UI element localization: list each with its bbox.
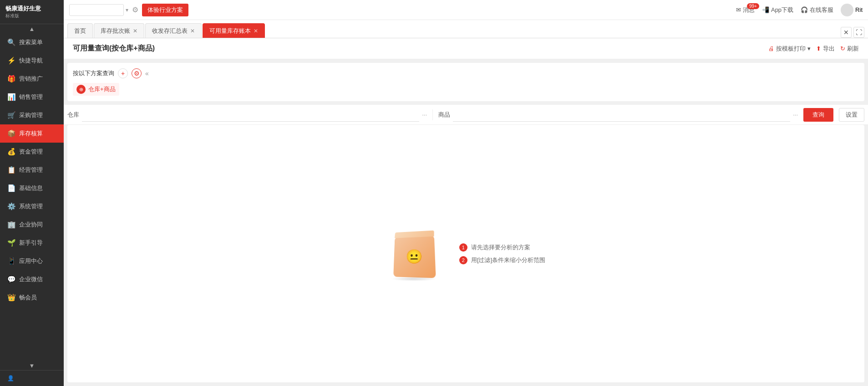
tip-number-2: 2	[459, 256, 467, 264]
print-chevron: ▾	[807, 45, 811, 52]
sidebar-item-marketing-label: 营销推广	[19, 75, 43, 83]
sidebar-item-appstore[interactable]: 📱 应用中心	[0, 252, 64, 270]
tip-text-2: 用[过滤]条件来缩小分析范围	[471, 256, 545, 264]
tab-summary-table[interactable]: 收发存汇总表 ✕	[145, 23, 202, 38]
empty-state: 😐 1 请先选择要分析的方案 2 用[过滤]条件来缩小分析范围	[67, 125, 864, 382]
scheme-icon: ⊕	[76, 85, 86, 94]
sidebar-item-shortcut[interactable]: ⚡ 快捷导航	[0, 51, 64, 70]
gift-icon: 🎁	[7, 75, 15, 83]
scheme-settings-button[interactable]: ⚙	[132, 68, 142, 78]
cart-icon: 🛒	[7, 111, 15, 119]
filter-row: 仓库 ··· 商品 ··· 查询 设置	[64, 105, 868, 125]
plus-icon: +	[121, 70, 125, 77]
page-actions: 🖨 按模板打印 ▾ ⬆ 导出 ↻ 刷新	[768, 45, 859, 53]
scheme-warehouse-goods[interactable]: ⊕ 仓库+商品	[73, 83, 119, 96]
sidebar-item-member[interactable]: 👑 畅会员	[0, 288, 64, 307]
empty-tips: 1 请先选择要分析的方案 2 用[过滤]条件来缩小分析范围	[459, 243, 545, 264]
sidebar-bottom: 👤	[0, 370, 64, 386]
chart-icon: 📊	[7, 93, 15, 101]
page-header: 可用量查询(按仓库+商品) 🖨 按模板打印 ▾ ⬆ 导出 ↻ 刷新	[64, 38, 868, 59]
tab-available-close[interactable]: ✕	[254, 28, 258, 34]
goods-label: 商品	[438, 111, 450, 119]
empty-tip-2: 2 用[过滤]条件来缩小分析范围	[459, 256, 545, 264]
print-button[interactable]: 🖨 按模板打印 ▾	[768, 45, 811, 53]
tip-text-1: 请先选择要分析的方案	[471, 243, 530, 252]
warehouse-more-button[interactable]: ···	[422, 111, 427, 118]
sidebar-item-basic[interactable]: 📄 基础信息	[0, 179, 64, 197]
topbar: ▾ ⚙ 体验行业方案 ✉ 消息 99+ 📲 App下载 🎧 在线客服 Rit	[64, 0, 868, 20]
headset-icon: 🎧	[801, 6, 808, 13]
tab-expand-button[interactable]: ⛶	[853, 27, 864, 38]
tab-batch-ledger[interactable]: 库存批次账 ✕	[94, 23, 144, 38]
sidebar-item-guide[interactable]: 🌱 新手引导	[0, 234, 64, 252]
app-download-button[interactable]: 📲 App下载	[762, 6, 793, 14]
warehouse-filter-group: 仓库 ···	[67, 108, 427, 122]
tab-summary-close[interactable]: ✕	[190, 28, 195, 34]
mobile-icon: 📲	[762, 6, 769, 13]
warehouse-input[interactable]	[82, 108, 419, 122]
sidebar-item-search[interactable]: 🔍 搜索菜单	[0, 33, 64, 51]
goods-more-button[interactable]: ···	[793, 111, 798, 118]
gear-icon: ⚙️	[7, 202, 15, 211]
sidebar-item-enterprise[interactable]: 🏢 企业协同	[0, 216, 64, 234]
export-button[interactable]: ⬆ 导出	[816, 45, 835, 53]
shortcut-icon: ⚡	[7, 57, 15, 65]
search-chevron-icon[interactable]: ▾	[126, 7, 128, 13]
sidebar-item-inventory[interactable]: 📦 库存核算	[0, 124, 64, 143]
online-service-label: 在线客服	[810, 6, 833, 14]
sidebar-item-sales[interactable]: 📊 销售管理	[0, 88, 64, 106]
query-panel-header: 按以下方案查询 + ⚙ «	[73, 68, 859, 78]
sidebar-item-purchase-label: 采购管理	[19, 111, 43, 119]
avatar	[841, 4, 853, 16]
sidebar-item-operation[interactable]: 📋 经营管理	[0, 161, 64, 179]
main-area: ▾ ⚙ 体验行业方案 ✉ 消息 99+ 📲 App下载 🎧 在线客服 Rit	[64, 0, 868, 386]
sidebar-item-finance[interactable]: 💰 资金管理	[0, 143, 64, 161]
sidebar-item-system[interactable]: ⚙️ 系统管理	[0, 197, 64, 216]
query-button[interactable]: 查询	[803, 108, 833, 122]
user-name: Rit	[855, 6, 863, 13]
industry-solution-button[interactable]: 体验行业方案	[142, 4, 188, 16]
money-icon: 💰	[7, 148, 15, 156]
sidebar-scroll-up[interactable]: ▲	[0, 24, 64, 33]
doc-icon: 📄	[7, 184, 15, 192]
empty-illustration: 😐	[386, 226, 441, 281]
topbar-search-area: ▾	[69, 4, 128, 16]
print-label: 按模板打印	[776, 45, 806, 53]
sidebar-item-enterprise-label: 企业协同	[19, 221, 43, 229]
add-scheme-button[interactable]: +	[118, 68, 128, 78]
crown-icon: 👑	[7, 293, 15, 302]
sidebar: 畅康通好生意 标准版 ▲ 🔍 搜索菜单 ⚡ 快捷导航 🎁 营销推广 📊 销售管理…	[0, 0, 64, 386]
content-area: 可用量查询(按仓库+商品) 🖨 按模板打印 ▾ ⬆ 导出 ↻ 刷新	[64, 38, 868, 386]
settings-scheme-icon: ⚙	[134, 70, 140, 77]
tab-batch-ledger-close[interactable]: ✕	[133, 28, 137, 34]
box-face-icon: 😐	[405, 248, 422, 264]
tab-home-label: 首页	[74, 27, 86, 35]
search-input[interactable]	[69, 4, 124, 16]
sidebar-item-operation-label: 经营管理	[19, 166, 43, 174]
tab-available-ledger[interactable]: 可用量库存账本 ✕	[203, 23, 265, 38]
app-download-label: App下载	[771, 6, 793, 14]
refresh-button[interactable]: ↻ 刷新	[840, 45, 859, 53]
message-button[interactable]: ✉ 消息 99+	[736, 6, 755, 14]
tab-batch-ledger-label: 库存批次账	[101, 27, 130, 35]
empty-tip-1: 1 请先选择要分析的方案	[459, 243, 545, 252]
sidebar-scroll-down[interactable]: ▼	[0, 361, 64, 370]
sidebar-item-marketing[interactable]: 🎁 营销推广	[0, 70, 64, 88]
sidebar-item-shortcut-label: 快捷导航	[19, 57, 43, 65]
goods-input[interactable]	[453, 108, 790, 122]
tab-home[interactable]: 首页	[67, 23, 93, 38]
sidebar-item-system-label: 系统管理	[19, 202, 43, 211]
settings-icon[interactable]: ⚙	[132, 5, 138, 14]
user-menu[interactable]: Rit	[841, 4, 863, 16]
online-service-button[interactable]: 🎧 在线客服	[801, 6, 833, 14]
sidebar-item-purchase[interactable]: 🛒 采购管理	[0, 106, 64, 124]
sidebar-item-wechat[interactable]: 💬 企业微信	[0, 270, 64, 288]
collapse-button[interactable]: «	[145, 70, 149, 77]
filter-settings-button[interactable]: 设置	[839, 108, 864, 122]
empty-box: 😐	[393, 235, 436, 278]
export-label: 导出	[823, 45, 835, 53]
phone-icon: 📱	[7, 257, 15, 265]
tab-close-button[interactable]: ✕	[841, 27, 852, 38]
refresh-label: 刷新	[847, 45, 859, 53]
print-icon: 🖨	[768, 45, 774, 52]
